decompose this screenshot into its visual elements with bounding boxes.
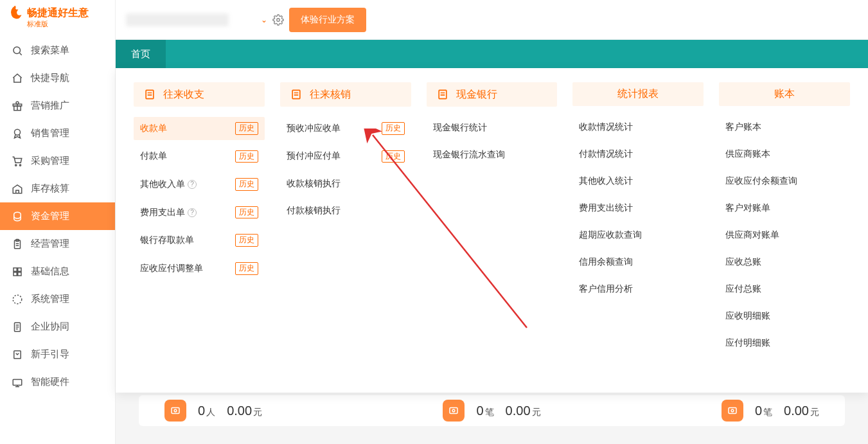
- sidebar-item-marketing[interactable]: 营销推广: [0, 92, 115, 120]
- menu-item[interactable]: 应收总账: [719, 251, 850, 273]
- history-badge[interactable]: 历史: [235, 178, 258, 191]
- tab-home[interactable]: 首页: [116, 40, 166, 68]
- sidebar-item-newbie[interactable]: 新手引导: [0, 341, 115, 368]
- history-badge[interactable]: 历史: [235, 150, 258, 163]
- menu-item-label: 应收应付调整单: [140, 263, 203, 274]
- clipboard-icon: [12, 238, 23, 250]
- menu-item[interactable]: 供应商对账单: [719, 224, 850, 246]
- menu-item[interactable]: 供应商账本: [719, 143, 850, 165]
- svg-rect-24: [450, 408, 457, 414]
- menu-item[interactable]: 应付总账: [719, 278, 850, 300]
- menu-item-label: 其他收入单?: [140, 179, 197, 190]
- kpi-amount-unit: 元: [532, 407, 541, 417]
- kpi-values: 0笔0.00元: [476, 404, 540, 418]
- sidebar-item-label: 销售管理: [31, 127, 69, 139]
- kpi-count-unit: 笔: [485, 407, 494, 417]
- gear-icon[interactable]: [272, 14, 284, 26]
- menu-item[interactable]: 收款核销执行: [280, 173, 411, 195]
- section-icon: [289, 87, 303, 102]
- sidebar-item-sales[interactable]: 销售管理: [0, 120, 115, 147]
- megamenu-column-header: 现金银行: [427, 82, 558, 107]
- menu-item[interactable]: 现金银行统计: [427, 117, 558, 139]
- svg-point-4: [15, 164, 17, 165]
- tabbar: 首页: [116, 40, 868, 68]
- kpi-row: 0人0.00元0笔0.00元0笔0.00元: [139, 395, 845, 426]
- menu-item[interactable]: 客户信用分析: [572, 278, 704, 300]
- sidebar-item-label: 新手引导: [31, 348, 69, 360]
- menu-item[interactable]: 客户对账单: [719, 197, 850, 219]
- menu-item[interactable]: 付款情况统计: [572, 143, 704, 165]
- history-badge[interactable]: 历史: [382, 150, 405, 163]
- kpi-item: 0笔0.00元: [443, 400, 540, 422]
- history-badge[interactable]: 历史: [235, 206, 258, 219]
- menu-item[interactable]: 收款情况统计: [572, 116, 704, 138]
- menu-item[interactable]: 超期应收款查询: [572, 224, 704, 246]
- sidebar-item-inventory[interactable]: 库存核算: [0, 175, 115, 202]
- main-area: ⌄ 体验行业方案 首页 完善期初 统计表 务员） ﻿报 > 往来收支收款单历史付…: [116, 0, 868, 444]
- menu-item[interactable]: 付款单历史: [134, 145, 265, 168]
- svg-point-25: [453, 409, 456, 412]
- kpi-icon: [722, 400, 743, 422]
- sidebar-item-operate[interactable]: 经营管理: [0, 230, 115, 258]
- tv-icon: [12, 377, 23, 388]
- menu-item-label: 供应商账本: [725, 148, 770, 160]
- column-title: 账本: [774, 87, 795, 101]
- menu-item-label: 银行存取款单: [140, 235, 194, 246]
- kpi-item: 0笔0.00元: [722, 400, 819, 422]
- history-badge[interactable]: 历史: [235, 234, 258, 247]
- menu-item[interactable]: 现金银行流水查询: [427, 144, 558, 166]
- menu-item[interactable]: 费用支出统计: [572, 197, 704, 219]
- megamenu-column: 现金银行现金银行统计现金银行流水查询: [427, 82, 558, 378]
- industry-plan-button[interactable]: 体验行业方案: [289, 8, 366, 32]
- menu-list: 收款情况统计付款情况统计其他收入统计费用支出统计超期应收款查询信用余额查询客户信…: [572, 116, 704, 300]
- sidebar-item-hardware[interactable]: 智能硬件: [0, 368, 115, 396]
- menu-item[interactable]: 其他收入单?历史: [134, 173, 265, 196]
- megamenu-column-header: 账本: [719, 82, 850, 106]
- svg-point-23: [174, 409, 177, 412]
- history-badge[interactable]: 历史: [235, 262, 258, 275]
- sidebar-item-label: 搜索菜单: [31, 44, 69, 57]
- menu-item[interactable]: 银行存取款单历史: [134, 229, 265, 252]
- sidebar-item-label: 经营管理: [31, 238, 69, 250]
- menu-item[interactable]: 客户账本: [719, 116, 850, 138]
- svg-point-27: [731, 409, 734, 412]
- menu-item[interactable]: 预付冲应付单历史: [280, 145, 411, 168]
- sidebar-item-search[interactable]: 搜索菜单: [0, 37, 115, 64]
- menu-item-label: 应收总账: [725, 256, 761, 268]
- company-selector[interactable]: ⌄: [126, 11, 267, 29]
- sidebar-item-quicknav[interactable]: 快捷导航: [0, 64, 115, 92]
- menu-item[interactable]: 收款单历史: [134, 117, 265, 140]
- menu-item[interactable]: 信用余额查询: [572, 251, 704, 273]
- menu-item-label: 付款单: [140, 150, 167, 162]
- svg-point-5: [19, 164, 21, 165]
- menu-item[interactable]: 费用支出单?历史: [134, 201, 265, 224]
- menu-item[interactable]: 应收应付余额查询: [719, 170, 850, 192]
- guide-icon: [12, 349, 23, 360]
- history-badge[interactable]: 历史: [382, 122, 405, 135]
- sidebar-item-purchase[interactable]: 采购管理: [0, 147, 115, 175]
- menu-item[interactable]: 其他收入统计: [572, 170, 704, 192]
- chevron-down-icon: ⌄: [261, 15, 267, 24]
- sidebar-item-system[interactable]: 系统管理: [0, 285, 115, 313]
- menu-item-label: 其他收入统计: [579, 175, 633, 187]
- loading-icon: [12, 294, 23, 305]
- menu-item[interactable]: 应收应付调整单历史: [134, 257, 265, 280]
- svg-point-3: [15, 129, 21, 135]
- sidebar-item-basic[interactable]: 基础信息: [0, 258, 115, 285]
- sidebar-item-enterprise[interactable]: 企业协同: [0, 313, 115, 341]
- menu-item-label: 付款情况统计: [579, 148, 633, 160]
- menu-item-label: 收款情况统计: [579, 121, 633, 133]
- menu-item[interactable]: 预收冲应收单历史: [280, 117, 411, 140]
- menu-item[interactable]: 应收明细账: [719, 305, 850, 327]
- history-badge[interactable]: 历史: [235, 122, 258, 135]
- sidebar-item-label: 采购管理: [31, 155, 69, 167]
- info-icon: ?: [188, 208, 197, 217]
- svg-point-16: [277, 18, 280, 21]
- sidebar-item-funds[interactable]: 资金管理: [0, 202, 115, 230]
- kpi-count: 0: [198, 404, 205, 418]
- svg-rect-9: [18, 268, 21, 271]
- menu-item[interactable]: 应付明细账: [719, 332, 850, 354]
- sidebar-item-label: 资金管理: [31, 210, 69, 222]
- menu-item[interactable]: 付款核销执行: [280, 200, 411, 222]
- menu-item-label: 信用余额查询: [579, 256, 633, 268]
